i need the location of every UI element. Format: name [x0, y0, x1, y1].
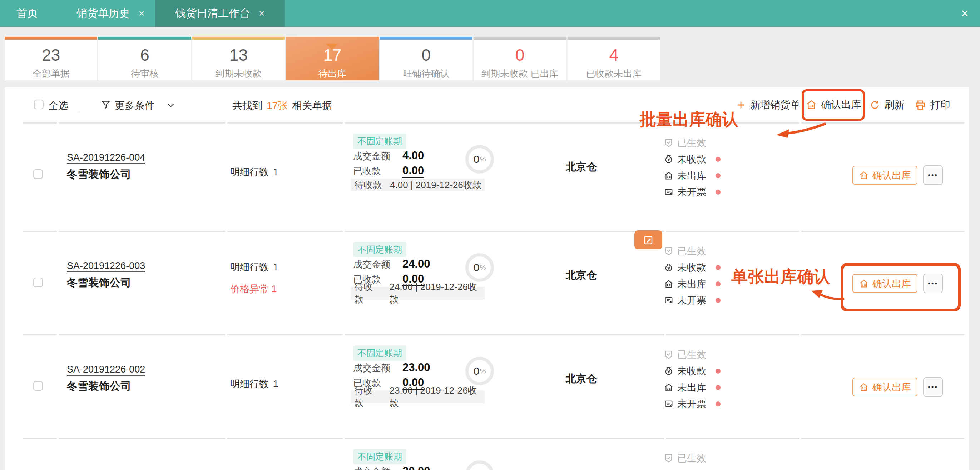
order-number-link[interactable]: SA-20191226-003: [67, 260, 145, 272]
tab-label: 首页: [16, 6, 38, 21]
customer-name: 冬雪装饰公司: [67, 275, 131, 290]
stat-card-shop-confirm[interactable]: 0 旺铺待确认: [380, 37, 473, 80]
stat-label: 待审核: [131, 68, 159, 80]
stat-card-due-unpaid[interactable]: 13 到期未收款: [192, 37, 285, 80]
tab-sales-history[interactable]: 销货单历史 ×: [66, 0, 155, 27]
payment-term-badge: 不固定账期: [353, 242, 406, 257]
order-row: SA-20191226-002 冬雪装饰公司 明细行数1 不固定账期 成交金额2…: [5, 335, 969, 439]
refresh-button[interactable]: 刷新: [870, 98, 904, 112]
alert-dot: [716, 157, 721, 162]
card-accent-bar: [380, 37, 473, 40]
received-amount-link[interactable]: 0.00: [402, 164, 424, 177]
stat-value: 6: [140, 45, 150, 65]
tab-label: 销货单历史: [76, 6, 130, 21]
stat-card-due-unpaid-outbound[interactable]: 0 到期未收款 已出库: [474, 37, 566, 80]
status-no-invoice: 未开票: [664, 294, 721, 307]
close-tab-icon[interactable]: ×: [139, 8, 145, 19]
received-percent-donut: 0%: [465, 253, 494, 282]
refresh-icon: [870, 100, 880, 110]
select-all-label[interactable]: 全选: [48, 99, 68, 113]
tab-workbench[interactable]: 钱货日清工作台 ×: [155, 0, 285, 27]
deal-amount-line: 成交金额24.00: [353, 257, 430, 271]
invoice-icon: [664, 187, 674, 197]
row-confirm-highlight-box: [841, 263, 961, 311]
more-filters-button[interactable]: 更多条件: [115, 99, 155, 113]
detail-line-count: 明细行数1: [230, 166, 278, 179]
pending-amount-line: 待收款4.00 | 2019-12-26收款: [351, 179, 485, 191]
alert-dot: [716, 402, 721, 406]
status-unpaid: 未收款: [664, 153, 721, 166]
more-actions-button[interactable]: •••: [923, 377, 943, 397]
detail-line-count: 明细行数1: [230, 378, 278, 391]
card-accent-bar: [568, 37, 660, 40]
close-icon[interactable]: ×: [955, 0, 975, 27]
annotation-arrow: [807, 286, 846, 303]
customer-name: 冬雪装饰公司: [67, 167, 131, 182]
stat-label: 已收款未出库: [586, 68, 641, 80]
confirm-outbound-button[interactable]: 确认出库: [853, 166, 918, 185]
tab-home[interactable]: 首页: [0, 0, 54, 27]
stat-label: 到期未收款 已出库: [481, 68, 558, 80]
status-unpaid: 未收款: [664, 365, 721, 378]
status-unpaid: 未收款: [664, 261, 721, 274]
deal-amount-line: 成交金额20.00: [353, 465, 430, 470]
alert-dot: [716, 173, 721, 178]
alert-dot: [716, 368, 721, 373]
pending-amount-line: 待收款24.00 | 2019-12-26收款: [351, 287, 485, 300]
card-accent-bar: [98, 37, 191, 40]
confirm-outbound-button[interactable]: 确认出库: [853, 378, 918, 397]
app-window: 首页 销货单历史 × 钱货日清工作台 × × 23 全部单据 6 待审核 13 …: [0, 0, 980, 470]
alert-dot: [716, 265, 721, 270]
alert-dot: [716, 298, 721, 303]
order-number-link[interactable]: SA-20191226-004: [67, 152, 145, 163]
status-effective: 已生效: [664, 137, 706, 149]
stat-card-all[interactable]: 23 全部单据: [5, 37, 97, 80]
bookmark-check-icon: [664, 349, 674, 360]
status-no-invoice: 未开票: [664, 186, 721, 198]
status-not-outbound: 未出库: [664, 381, 721, 394]
add-sales-order-button[interactable]: 新增销货单: [736, 98, 800, 112]
order-number-link[interactable]: SA-20191226-002: [67, 364, 145, 375]
cash-icon: [664, 262, 674, 273]
edit-order-badge[interactable]: [635, 230, 662, 249]
filter-funnel-icon[interactable]: [100, 99, 111, 110]
stat-label: 到期未收款: [215, 68, 262, 80]
batch-outbound-annotation: 批量出库确认: [640, 109, 738, 131]
warehouse-icon: [664, 383, 674, 392]
status-not-outbound: 未出库: [664, 278, 721, 291]
chevron-down-icon[interactable]: [166, 101, 175, 110]
cash-icon: [664, 366, 674, 376]
stat-label: 全部单据: [32, 68, 70, 80]
stat-value: 23: [42, 45, 60, 65]
tab-label: 钱货日清工作台: [175, 6, 250, 21]
annotation-arrow: [768, 119, 829, 141]
stat-value: 4: [609, 45, 618, 65]
top-tab-bar: 首页 销货单历史 × 钱货日清工作台 × ×: [0, 0, 980, 27]
row-checkbox[interactable]: [33, 278, 43, 287]
stat-label: 待出库: [318, 68, 346, 80]
card-accent-bar: [474, 37, 566, 40]
row-checkbox[interactable]: [33, 381, 43, 391]
more-actions-button[interactable]: •••: [923, 165, 943, 185]
received-amount-line: 已收款0.00: [353, 164, 424, 178]
toolbar-confirm-highlight-box: [802, 89, 865, 121]
price-warning: 价格异常 1: [230, 283, 277, 295]
received-percent-donut: 0%: [465, 357, 494, 385]
row-checkbox[interactable]: [33, 169, 43, 179]
bookmark-check-icon: [664, 138, 674, 148]
warehouse-name: 北京仓: [566, 268, 597, 283]
card-accent-bar: [192, 37, 285, 40]
stat-value: 0: [422, 45, 431, 65]
print-button[interactable]: 打印: [915, 98, 950, 112]
stat-card-pending-review[interactable]: 6 待审核: [98, 37, 191, 80]
alert-dot: [716, 385, 721, 390]
stat-card-paid-not-outbound[interactable]: 4 已收款未出库: [568, 37, 660, 80]
status-not-outbound: 未出库: [664, 169, 721, 182]
warehouse-icon: [859, 170, 869, 180]
status-effective: 已生效: [664, 348, 706, 361]
status-effective: 已生效: [664, 245, 706, 257]
select-all-checkbox[interactable]: [34, 100, 44, 109]
active-card-pointer: [326, 44, 339, 49]
close-tab-icon[interactable]: ×: [259, 8, 264, 19]
edit-pencil-icon: [643, 234, 654, 246]
